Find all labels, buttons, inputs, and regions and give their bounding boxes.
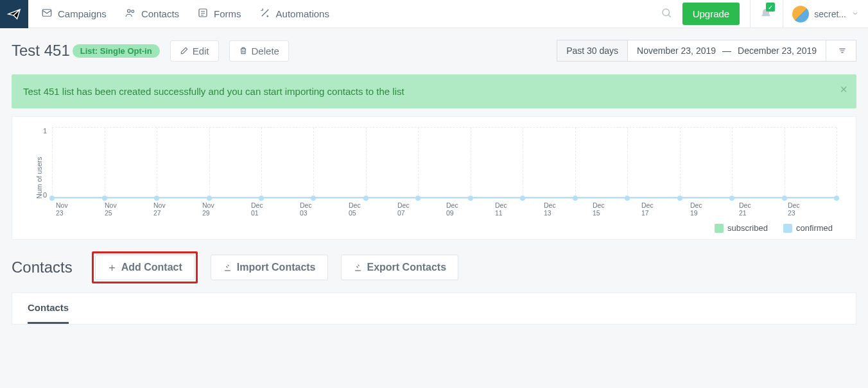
account-label: secret... [814, 9, 846, 19]
people-icon [125, 7, 136, 21]
button-label: Import Contacts [237, 262, 316, 273]
swatch-icon [715, 224, 724, 233]
svg-point-2 [132, 10, 134, 13]
account-menu[interactable]: secret... [783, 0, 859, 28]
chart-point [468, 196, 473, 201]
chart-point [677, 196, 682, 201]
header-row: Test 451 List: Single Opt-in Edit Delete… [12, 40, 856, 62]
nav-contacts[interactable]: Contacts [125, 7, 179, 21]
notifications-button[interactable]: ✓ [750, 0, 772, 28]
nav-label: Contacts [141, 8, 179, 19]
chart-point [311, 196, 316, 201]
gridline [471, 128, 471, 198]
xtick: Nov 25 [105, 201, 153, 217]
gridline [366, 128, 367, 198]
xtick: Dec 15 [593, 201, 641, 217]
chart-xaxis: Nov 23Nov 25Nov 27Nov 29Dec 01Dec 03Dec … [56, 201, 837, 217]
gridline [105, 128, 105, 198]
gridline [523, 128, 523, 198]
nav-campaigns[interactable]: Campaigns [41, 7, 107, 21]
xtick: Dec 11 [495, 201, 544, 217]
date-range-display[interactable]: November 23, 2019 — December 23, 2019 [628, 40, 826, 62]
export-contacts-button[interactable]: Export Contacts [341, 255, 459, 280]
import-contacts-button[interactable]: Import Contacts [211, 255, 328, 280]
gridline [157, 128, 157, 198]
highlight-box: Add Contact [92, 251, 198, 283]
chart-point [520, 196, 525, 201]
xtick: Dec 01 [251, 201, 300, 217]
chart-point [363, 196, 369, 201]
topbar-right: Upgrade ✓ secret... [661, 0, 868, 28]
success-alert: Test 451 list has been created successfu… [12, 74, 856, 108]
chart-point [729, 196, 734, 201]
xtick: Dec 21 [739, 201, 788, 217]
wand-icon [259, 7, 271, 21]
xtick: Dec 13 [544, 201, 593, 217]
gridline [575, 128, 576, 198]
xtick: Nov 23 [56, 201, 105, 217]
nav-forms[interactable]: Forms [197, 7, 241, 21]
svg-rect-0 [42, 10, 51, 17]
date-sep: — [716, 46, 738, 56]
chart-ylabel: Num of users [31, 127, 43, 199]
upgrade-button[interactable]: Upgrade [682, 3, 740, 25]
gridline [627, 128, 628, 198]
ytick: 0 [43, 191, 47, 199]
nav-label: Automations [276, 8, 329, 19]
date-start: November 23, 2019 [637, 46, 716, 56]
topbar: Campaigns Contacts Forms Automations Upg… [0, 0, 868, 28]
chart-point [625, 196, 630, 201]
edit-label: Edit [193, 46, 209, 56]
chart-point [259, 196, 264, 201]
chart-card: Num of users 1 0 Nov 23Nov 25Nov 27Nov 2… [12, 116, 856, 240]
gridline [52, 128, 53, 198]
ytick: 1 [43, 127, 47, 135]
add-contact-button[interactable]: Add Contact [95, 255, 195, 280]
gridline [732, 128, 733, 198]
button-label: Add Contact [121, 262, 182, 273]
nav-label: Campaigns [58, 8, 107, 19]
search-icon[interactable] [661, 7, 672, 21]
title-group: Test 451 List: Single Opt-in Edit Delete [12, 40, 289, 62]
legend-subscribed: subscribed [715, 223, 768, 233]
chart-point [415, 196, 421, 201]
xtick: Nov 29 [202, 201, 251, 217]
svg-point-4 [663, 9, 670, 16]
delete-label: Delete [252, 46, 279, 56]
contacts-tabbar: Contacts [12, 292, 856, 325]
date-options-button[interactable] [826, 40, 856, 62]
form-icon [197, 7, 209, 21]
gridline [418, 128, 419, 198]
legend-confirmed: confirmed [783, 223, 833, 233]
chart-point [102, 196, 107, 201]
section-title: Contacts [12, 258, 73, 276]
nav-automations[interactable]: Automations [259, 7, 329, 21]
page: Test 451 List: Single Opt-in Edit Delete… [0, 28, 868, 325]
avatar [792, 6, 809, 22]
chart-line-confirmed [52, 197, 837, 198]
chart-point [49, 196, 55, 201]
xtick: Dec 19 [690, 201, 739, 217]
chart-point [782, 196, 787, 201]
date-preset[interactable]: Past 30 days [557, 40, 628, 62]
delete-button[interactable]: Delete [229, 40, 289, 62]
tab-contacts[interactable]: Contacts [28, 302, 69, 324]
nav-label: Forms [214, 8, 241, 19]
gridline [837, 128, 837, 198]
chart-point [154, 196, 159, 201]
chart-plot [52, 127, 837, 199]
chart-legend: subscribed confirmed [31, 223, 837, 233]
date-range-picker[interactable]: Past 30 days November 23, 2019 — Decembe… [557, 40, 856, 62]
xtick: Dec 23 [788, 201, 837, 217]
gridline [785, 128, 785, 198]
envelope-icon [41, 7, 53, 21]
edit-button[interactable]: Edit [170, 40, 219, 62]
app-logo[interactable] [0, 0, 28, 28]
xtick: Dec 07 [397, 201, 446, 217]
close-icon[interactable]: × [840, 82, 847, 97]
check-badge-icon: ✓ [766, 3, 775, 12]
contacts-section: Contacts Add Contact Import Contacts Exp… [12, 240, 856, 325]
xtick: Dec 03 [300, 201, 349, 217]
chart-point [207, 196, 212, 201]
chart-point [573, 196, 578, 201]
